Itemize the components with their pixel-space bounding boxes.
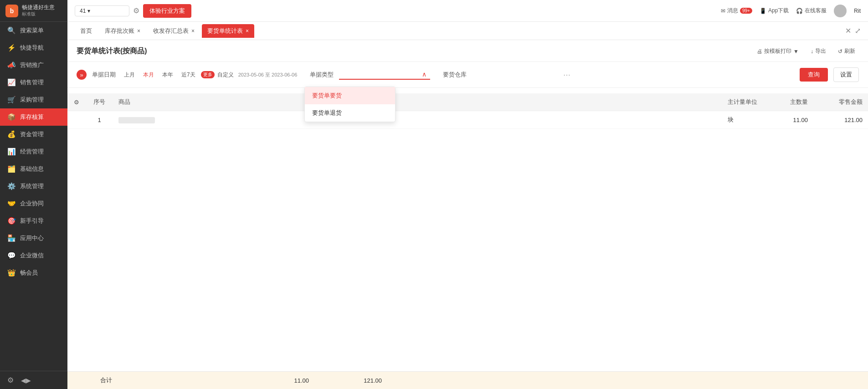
tab-inventory-batch[interactable]: 库存批次账 × [99,24,146,38]
date-more-badge[interactable]: 更多 [201,71,215,78]
tabs-expand-icon[interactable]: ⤢ [855,26,861,35]
table-footer: 合计 11.00 121.00 [67,371,868,389]
print-expand-icon: ▼ [793,48,799,55]
topbar: 41 ▾ ⚙ 体验行业方案 ✉ 消息 99+ 📱 App下载 🎧 在线客服 Ri… [67,0,868,22]
app-download-button[interactable]: 📱 App下载 [760,7,789,15]
date-curr-month[interactable]: 本月 [140,70,157,80]
search-icon: 🔍 [7,26,15,35]
product-placeholder [118,117,155,123]
warehouse-filter-input[interactable] [472,70,556,80]
date-custom[interactable]: 自定义 [217,71,234,79]
filter-bar: » 单据日期 上月 本月 本年 近7天 更多 自定义 2023-05-06 至 … [67,62,868,88]
settings-filter-button[interactable]: 设置 [833,67,859,82]
col-qty: 主数量 [768,93,813,111]
table-row: 1 块 11.00 121.00 [67,111,868,129]
data-table: ⚙ 序号 商品 主计量单位 主数量 零售金额 1 [67,93,868,129]
company-selector[interactable]: 41 ▾ [75,5,129,16]
download-icon: 📱 [760,8,766,14]
settings-icon[interactable]: ⚙ [7,376,14,384]
tab-receivables-close[interactable]: × [191,28,195,34]
tab-requisition-label: 要货单统计表 [207,27,243,35]
row-qty: 11.00 [768,111,813,129]
sidebar-item-purchase[interactable]: 🛒采购管理 [0,91,67,108]
col-amount: 零售金额 [813,93,868,111]
sidebar-label-basic: 基础信息 [20,165,44,173]
footer-label: 合计 [73,376,178,384]
date-year[interactable]: 本年 [159,70,176,80]
sidebar-nav: 🔍搜索菜单⚡快捷导航📣营销推广📈销售管理🛒采购管理📦库存核算💰资金管理📊经营管理… [0,22,67,371]
sidebar-item-finance[interactable]: 💰资金管理 [0,126,67,143]
quick-nav-icon: ⚡ [7,44,15,52]
trial-button[interactable]: 体验行业方案 [143,4,191,18]
online-service-button[interactable]: 🎧 在线客服 [796,7,827,15]
sidebar-item-guide[interactable]: 🎯新手引导 [0,212,67,230]
export-button[interactable]: ↓ 导出 [807,46,830,57]
message-label: 消息 [727,7,738,15]
finance-icon: 💰 [7,130,15,138]
logo-icon: b [5,5,18,17]
warehouse-more-icon[interactable]: ⋯ [563,71,570,79]
system-icon: ⚙️ [7,182,15,190]
filter-expand-button[interactable]: » [77,70,87,80]
sidebar-label-search: 搜索菜单 [20,26,44,35]
sidebar: b 畅捷通好生意 标准版 🔍搜索菜单⚡快捷导航📣营销推广📈销售管理🛒采购管理📦库… [0,0,67,389]
date-prev-month[interactable]: 上月 [121,70,138,80]
user-avatar[interactable] [834,5,847,17]
sidebar-label-operations: 经营管理 [20,148,44,156]
sidebar-logo: b 畅捷通好生意 标准版 [0,0,67,22]
main-content: 41 ▾ ⚙ 体验行业方案 ✉ 消息 99+ 📱 App下载 🎧 在线客服 Ri… [67,0,868,389]
tabs-close-all-icon[interactable]: ✕ [845,26,851,35]
export-label: 导出 [815,47,826,55]
message-badge: 99+ [740,8,752,14]
tab-receivables[interactable]: 收发存汇总表 × [148,24,200,38]
tab-requisition[interactable]: 要货单统计表 × [202,24,254,38]
footer-qty: 11.00 [269,377,314,384]
print-button[interactable]: 🖨 按模板打印 ▼ [753,46,802,57]
refresh-label: 刷新 [844,47,855,55]
service-icon: 🎧 [796,8,803,14]
sidebar-item-search[interactable]: 🔍搜索菜单 [0,22,67,39]
sidebar-item-sales[interactable]: 📈销售管理 [0,74,67,91]
basic-icon: 🗂️ [7,165,15,173]
tab-requisition-close[interactable]: × [246,28,249,34]
sidebar-item-basic[interactable]: 🗂️基础信息 [0,160,67,178]
query-button[interactable]: 查询 [800,68,828,82]
sidebar-item-wechat[interactable]: 💬企业微信 [0,247,67,264]
type-filter-chevron[interactable]: ∧ [422,71,426,78]
row-product [113,111,722,129]
refresh-button[interactable]: ↺ 刷新 [834,46,859,57]
logo-name: 畅捷通好生意 [22,4,55,11]
sidebar-item-inventory[interactable]: 📦库存核算 [0,108,67,126]
row-num: 1 [86,111,113,129]
sidebar-label-sales: 销售管理 [20,78,44,87]
sidebar-item-member[interactable]: 👑畅会员 [0,264,67,282]
type-filter-select-wrapper[interactable]: ∧ [339,70,430,80]
page-title: 要货单统计表(按商品) [77,46,147,61]
collapse-icon[interactable]: ◀▶ [21,377,31,384]
logo-sub: 标准版 [22,11,55,17]
sidebar-item-appstore[interactable]: 🏪应用中心 [0,230,67,247]
table-area: ⚙ 序号 商品 主计量单位 主数量 零售金额 1 [67,88,868,371]
topbar-settings-icon[interactable]: ⚙ [133,6,139,15]
col-product: 商品 [113,93,722,111]
col-settings[interactable]: ⚙ [67,93,86,111]
message-button[interactable]: ✉ 消息 99+ [721,7,752,15]
sidebar-item-enterprise[interactable]: 🤝企业协同 [0,195,67,212]
sidebar-item-system[interactable]: ⚙️系统管理 [0,178,67,195]
sidebar-item-marketing[interactable]: 📣营销推广 [0,56,67,74]
type-filter-input[interactable] [343,71,422,78]
sidebar-item-operations[interactable]: 📊经营管理 [0,143,67,160]
dropdown-item-return[interactable]: 要货单退货 [305,104,395,122]
row-unit: 块 [722,111,768,129]
sidebar-label-marketing: 营销推广 [20,61,44,69]
date-week[interactable]: 近7天 [179,70,198,80]
sidebar-label-purchase: 采购管理 [20,96,44,104]
tab-inventory-batch-close[interactable]: × [137,28,140,34]
tabs-bar: 首页 库存批次账 × 收发存汇总表 × 要货单统计表 × ✕ ⤢ [67,22,868,40]
inventory-icon: 📦 [7,113,15,121]
tab-home[interactable]: 首页 [75,24,98,38]
dropdown-item-order[interactable]: 要货单要货 [305,87,395,104]
chevron-down-icon: ▾ [87,8,90,14]
sidebar-item-quick-nav[interactable]: ⚡快捷导航 [0,39,67,56]
wechat-icon: 💬 [7,251,15,260]
